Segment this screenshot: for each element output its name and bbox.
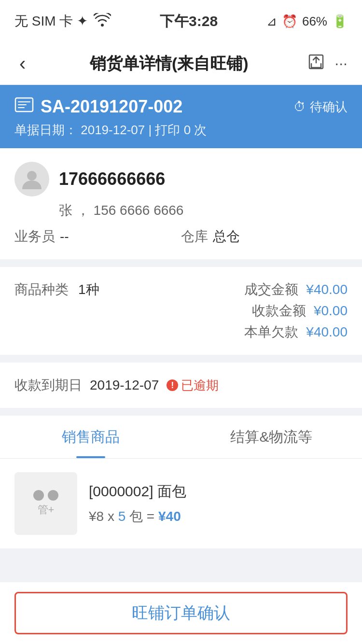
status-bar: 无 SIM 卡 ✦ 下午3:28 ⊿ ⏰ 66% 🔋 xyxy=(0,0,362,42)
date-value: 2019-12-07 xyxy=(81,123,145,137)
customer-name-text: 张 xyxy=(59,203,72,218)
status-right: ⊿ ⏰ 66% 🔋 xyxy=(266,14,348,29)
unit-text: 包 xyxy=(129,509,143,524)
svg-point-2 xyxy=(27,171,37,181)
received-value: ¥0.00 xyxy=(314,303,348,319)
equals-text: = xyxy=(147,509,158,524)
transaction-value: ¥40.00 xyxy=(306,282,348,297)
order-icon xyxy=(14,97,34,117)
back-button[interactable]: ‹ xyxy=(14,48,30,79)
product-code: [0000002] xyxy=(89,483,153,499)
tab-settlement-label: 结算&物流等 xyxy=(230,427,312,447)
customer-section: 17666666666 张 ， 156 6666 6666 业务员 -- 仓库 … xyxy=(0,148,362,259)
page-title: 销货单详情(来自旺铺) xyxy=(90,53,249,75)
received-label: 收款金额 xyxy=(252,302,306,320)
status-left: 无 SIM 卡 ✦ xyxy=(14,12,111,30)
category-value: 1种 xyxy=(78,280,99,299)
order-date: 单据日期： 2019-12-07 | 打印 0 次 xyxy=(14,122,348,139)
order-id: SA-20191207-002 xyxy=(14,97,182,117)
order-status: ⏱ 待确认 xyxy=(293,98,348,115)
sales-value: -- xyxy=(60,229,69,244)
order-id-text: SA-20191207-002 xyxy=(41,97,182,117)
due-date-value: 2019-12-07 xyxy=(90,378,159,393)
more-icon[interactable]: ··· xyxy=(334,55,348,72)
owl-eyes xyxy=(33,490,58,501)
warehouse-label: 仓库 xyxy=(181,227,208,246)
sim-status: 无 SIM 卡 ✦ xyxy=(14,12,88,30)
product-logo: 管+ xyxy=(33,490,58,517)
confirm-button-container: 旺铺订单确认 xyxy=(0,582,362,644)
customer-phone: 17666666666 xyxy=(59,169,165,189)
customer-avatar xyxy=(14,162,49,196)
print-suffix: 次 xyxy=(194,123,207,137)
owed-label: 本单欠款 xyxy=(244,323,298,341)
sales-label: 业务员 xyxy=(14,227,55,246)
product-image: 管+ xyxy=(14,472,77,535)
product-stats: 商品种类 1种 xyxy=(14,280,99,299)
tabs-section: 销售商品 结算&物流等 xyxy=(0,416,362,459)
tabs-row: 销售商品 结算&物流等 xyxy=(0,416,362,459)
overdue-badge: ! 已逾期 xyxy=(167,377,219,394)
warehouse-value: 总仓 xyxy=(213,227,240,246)
status-text: 待确认 xyxy=(310,98,348,115)
sales-item: 业务员 -- xyxy=(14,227,181,246)
product-qty: 5 xyxy=(118,509,126,524)
print-count: 0 xyxy=(184,123,191,137)
tab-sales-label: 销售商品 xyxy=(62,427,120,447)
price-text: ¥8 x xyxy=(89,509,118,524)
confirm-button-label: 旺铺订单确认 xyxy=(132,602,230,624)
comma: ， xyxy=(76,203,90,218)
customer-meta: 业务员 -- 仓库 总仓 xyxy=(14,227,348,246)
share-icon[interactable] xyxy=(307,53,325,74)
owl-right-eye xyxy=(48,490,58,501)
product-row: 管+ [0000002] 面包 ¥8 x 5 包 = ¥40 xyxy=(14,472,348,535)
overdue-icon: ! xyxy=(167,379,178,391)
battery-status: 66% xyxy=(302,14,327,29)
wifi-icon xyxy=(94,13,111,30)
customer-info: 张 ， 156 6666 6666 xyxy=(14,201,348,220)
owl-left-eye xyxy=(33,490,44,501)
transaction-label: 成交金额 xyxy=(244,280,298,299)
tab-sales[interactable]: 销售商品 xyxy=(0,416,181,458)
product-section: 管+ [0000002] 面包 ¥8 x 5 包 = ¥40 xyxy=(0,459,362,548)
overdue-text: 已逾期 xyxy=(181,377,219,394)
owl-text: 管+ xyxy=(38,503,55,517)
date-label: 单据日期： xyxy=(14,123,77,137)
status-time: 下午3:28 xyxy=(160,12,218,31)
stats-section: 商品种类 1种 成交金额 ¥40.00 收款金额 ¥0.00 本单欠款 ¥40.… xyxy=(0,267,362,355)
customer-tel: 156 6666 6666 xyxy=(94,203,184,218)
transaction-amount: 成交金额 ¥40.00 xyxy=(244,280,348,299)
due-label: 收款到期日 xyxy=(14,376,82,394)
nav-actions: ··· xyxy=(307,53,348,74)
warehouse-item: 仓库 总仓 xyxy=(181,227,348,246)
confirm-button[interactable]: 旺铺订单确认 xyxy=(14,592,348,634)
clock-icon: ⏰ xyxy=(282,14,297,29)
tab-settlement[interactable]: 结算&物流等 xyxy=(181,416,362,458)
location-icon: ⊿ xyxy=(266,14,277,29)
battery-icon: 🔋 xyxy=(332,14,348,29)
nav-bar: ‹ 销货单详情(来自旺铺) ··· xyxy=(0,42,362,85)
product-info: [0000002] 面包 ¥8 x 5 包 = ¥40 xyxy=(89,482,348,526)
product-name: [0000002] 面包 xyxy=(89,482,348,502)
amount-stats: 成交金额 ¥40.00 收款金额 ¥0.00 本单欠款 ¥40.00 xyxy=(244,280,348,341)
order-header: SA-20191207-002 ⏱ 待确认 单据日期： 2019-12-07 |… xyxy=(0,85,362,148)
product-price: ¥8 x 5 包 = ¥40 xyxy=(89,507,348,526)
received-amount: 收款金额 ¥0.00 xyxy=(252,302,348,320)
product-total: ¥40 xyxy=(158,509,181,524)
owed-amount: 本单欠款 ¥40.00 xyxy=(244,323,348,341)
print-separator: | 打印 xyxy=(148,123,183,137)
product-name-text: 面包 xyxy=(157,483,186,499)
status-clock-icon: ⏱ xyxy=(293,99,306,114)
category-label: 商品种类 xyxy=(14,280,69,299)
due-section: 收款到期日 2019-12-07 ! 已逾期 xyxy=(0,363,362,408)
owed-value: ¥40.00 xyxy=(306,324,348,340)
